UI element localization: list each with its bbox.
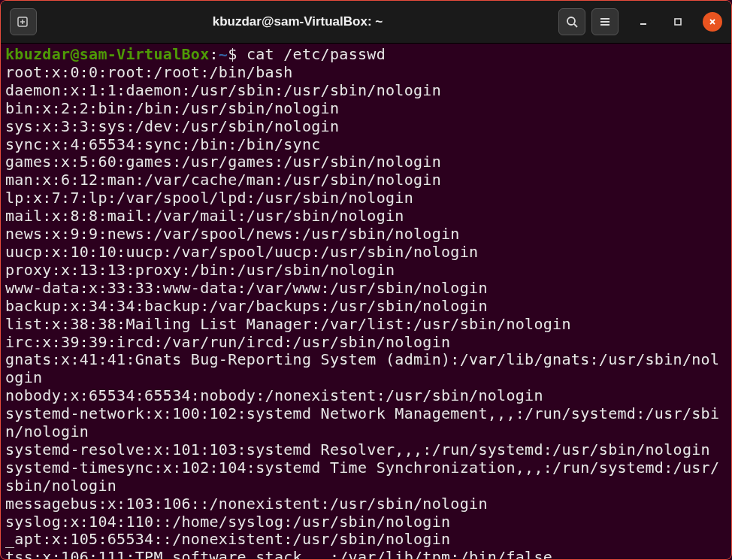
output-line: irc:x:39:39:ircd:/var/run/ircd:/usr/sbin… xyxy=(5,334,727,352)
window-title: kbuzdar@sam-VirtualBox: ~ xyxy=(43,14,552,29)
terminal-output: root:x:0:0:root:/root:/bin/bashdaemon:x:… xyxy=(5,64,727,560)
output-line: mail:x:8:8:mail:/var/mail:/usr/sbin/nolo… xyxy=(5,207,727,226)
output-line: man:x:6:12:man:/var/cache/man:/usr/sbin/… xyxy=(5,171,727,189)
output-line: tss:x:106:111:TPM software stack,,,:/var… xyxy=(5,549,727,560)
output-line: backup:x:34:34:backup:/var/backups:/usr/… xyxy=(5,298,727,316)
svg-point-3 xyxy=(567,17,575,25)
output-line: root:x:0:0:root:/root:/bin/bash xyxy=(5,64,727,82)
output-line: systemd-resolve:x:101:103:systemd Resolv… xyxy=(5,441,727,459)
output-line: syslog:x:104:110::/home/syslog:/usr/sbin… xyxy=(5,513,727,531)
prompt-at: @ xyxy=(70,45,79,63)
search-button[interactable] xyxy=(558,8,585,35)
new-tab-icon xyxy=(17,15,30,29)
output-line: sys:x:3:3:sys:/dev:/usr/sbin/nologin xyxy=(5,118,727,136)
search-icon xyxy=(566,16,578,28)
output-line: _apt:x:105:65534::/nonexistent:/usr/sbin… xyxy=(5,531,727,549)
menu-button[interactable] xyxy=(591,8,619,35)
minimize-icon xyxy=(639,17,648,26)
svg-line-4 xyxy=(574,24,577,27)
new-tab-button[interactable] xyxy=(10,8,37,35)
output-line: sync:x:4:65534:sync:/bin:/bin/sync xyxy=(5,136,727,154)
output-line: proxy:x:13:13:proxy:/bin:/usr/sbin/nolog… xyxy=(5,262,727,280)
prompt-colon: : xyxy=(210,45,219,63)
output-line: nobody:x:65534:65534:nobody:/nonexistent… xyxy=(5,387,727,405)
titlebar: kbuzdar@sam-VirtualBox: ~ xyxy=(1,1,731,44)
output-line: games:x:5:60:games:/usr/games:/usr/sbin/… xyxy=(5,153,727,171)
prompt-sigil: $ xyxy=(228,45,237,63)
maximize-icon xyxy=(673,17,682,26)
hamburger-icon xyxy=(599,16,611,28)
output-line: gnats:x:41:41:Gnats Bug-Reporting System… xyxy=(5,351,727,387)
prompt-path: ~ xyxy=(219,45,228,63)
output-line: systemd-timesync:x:102:104:systemd Time … xyxy=(5,459,727,495)
output-line: systemd-network:x:100:102:systemd Networ… xyxy=(5,405,727,441)
output-line: www-data:x:33:33:www-data:/var/www:/usr/… xyxy=(5,280,727,298)
command-text: cat /etc/passwd xyxy=(247,45,386,63)
close-button[interactable] xyxy=(703,12,722,32)
close-icon xyxy=(708,17,717,26)
output-line: lp:x:7:7:lp:/var/spool/lpd:/usr/sbin/nol… xyxy=(5,189,727,207)
svg-rect-9 xyxy=(675,19,681,25)
output-line: daemon:x:1:1:daemon:/usr/sbin:/usr/sbin/… xyxy=(5,82,727,100)
output-line: list:x:38:38:Mailing List Manager:/var/l… xyxy=(5,316,727,334)
prompt-host: sam-VirtualBox xyxy=(80,45,210,63)
output-line: bin:x:2:2:bin:/bin:/usr/sbin/nologin xyxy=(5,100,727,118)
minimize-button[interactable] xyxy=(634,12,653,32)
output-line: news:x:9:9:news:/var/spool/news:/usr/sbi… xyxy=(5,226,727,244)
prompt-line: kbuzdar@sam-VirtualBox:~$ cat /etc/passw… xyxy=(5,46,727,64)
prompt-user: kbuzdar xyxy=(5,45,70,63)
terminal-body[interactable]: kbuzdar@sam-VirtualBox:~$ cat /etc/passw… xyxy=(1,44,731,560)
output-line: uucp:x:10:10:uucp:/var/spool/uucp:/usr/s… xyxy=(5,244,727,262)
maximize-button[interactable] xyxy=(668,12,688,32)
output-line: messagebus:x:103:106::/nonexistent:/usr/… xyxy=(5,495,727,513)
